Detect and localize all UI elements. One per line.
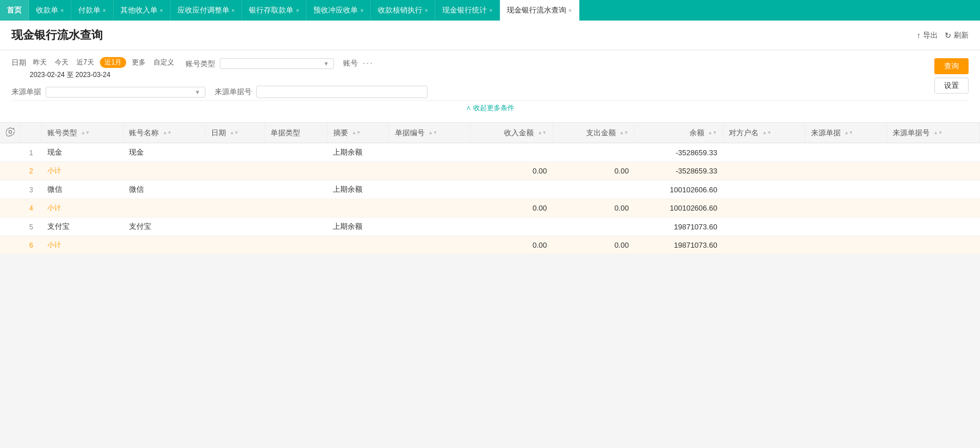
account-type-filter-label: 账号类型 bbox=[185, 59, 215, 69]
nav-tab-payment[interactable]: 付款单 × bbox=[71, 0, 114, 21]
sort-summary-icon[interactable]: ▲▼ bbox=[352, 131, 361, 135]
date-btn-today[interactable]: 今天 bbox=[53, 57, 71, 68]
nav-tab-other-income[interactable]: 其他收入单 × bbox=[114, 0, 171, 21]
table-row: 3 微信 微信 上期余额 100102606.60 bbox=[0, 180, 980, 199]
cell-settings bbox=[0, 217, 21, 236]
col-balance[interactable]: 余额 ▲▼ bbox=[635, 123, 723, 143]
export-label: 导出 bbox=[923, 30, 938, 41]
sort-income-icon[interactable]: ▲▼ bbox=[538, 131, 547, 135]
nav-tab-collection-exec[interactable]: 收款核销执行 × bbox=[371, 0, 435, 21]
cell-account-name: 支付宝 bbox=[123, 217, 205, 236]
home-label: 首页 bbox=[7, 5, 22, 15]
sort-counterpart-icon[interactable]: ▲▼ bbox=[763, 131, 772, 135]
cell-summary bbox=[327, 162, 389, 180]
col-expense[interactable]: 支出金额 ▲▼ bbox=[552, 123, 634, 143]
col-counterpart[interactable]: 对方户名 ▲▼ bbox=[723, 123, 805, 143]
export-icon: ↑ bbox=[917, 31, 921, 40]
cell-expense bbox=[552, 217, 634, 236]
page-title: 现金银行流水查询 bbox=[11, 27, 103, 43]
nav-tab-home[interactable]: 首页 bbox=[0, 0, 29, 21]
sort-account-name-icon[interactable]: ▲▼ bbox=[163, 131, 172, 135]
sort-account-type-icon[interactable]: ▲▼ bbox=[81, 131, 90, 135]
cell-income bbox=[471, 180, 552, 199]
col-account-name[interactable]: 账号名称 ▲▼ bbox=[123, 123, 205, 143]
date-btn-1month[interactable]: 近1月 bbox=[100, 57, 127, 68]
refresh-label: 刷新 bbox=[954, 30, 969, 41]
source-doc-select[interactable]: ▼ bbox=[46, 87, 205, 98]
close-cash-bank-flow-icon[interactable]: × bbox=[568, 7, 572, 14]
cell-counterpart bbox=[723, 162, 805, 180]
cell-seq: 5 bbox=[21, 217, 42, 236]
col-doc-no[interactable]: 单据编号 ▲▼ bbox=[389, 123, 470, 143]
cell-account-name bbox=[123, 199, 205, 217]
date-btn-yesterday[interactable]: 昨天 bbox=[31, 57, 49, 68]
collapse-bar[interactable]: ∧ 收起更多条件 bbox=[11, 100, 969, 115]
subtotal-label: 小计 bbox=[47, 204, 61, 212]
sort-expense-icon[interactable]: ▲▼ bbox=[619, 131, 628, 135]
nav-tab-prepay-offset[interactable]: 预收冲应收单 × bbox=[306, 0, 371, 21]
nav-tab-ap-adjust[interactable]: 应收应付调整单 × bbox=[171, 0, 243, 21]
account-dots-icon[interactable]: ··· bbox=[362, 58, 373, 68]
sort-doc-no-icon[interactable]: ▲▼ bbox=[429, 131, 438, 135]
nav-tab-cash-bank-flow[interactable]: 现金银行流水查询 × bbox=[500, 0, 579, 21]
cell-source-doc bbox=[805, 143, 886, 162]
nav-tab-bank-deposit[interactable]: 银行存取款单 × bbox=[242, 0, 306, 21]
cell-source-doc bbox=[805, 180, 886, 199]
cell-seq: 1 bbox=[21, 143, 42, 162]
sort-date-icon[interactable]: ▲▼ bbox=[229, 131, 239, 135]
close-receipt-icon[interactable]: × bbox=[61, 7, 64, 14]
account-type-select[interactable]: ▼ bbox=[220, 58, 334, 69]
source-doc-num-input[interactable] bbox=[256, 86, 428, 98]
query-button[interactable]: 查询 bbox=[934, 58, 969, 74]
cell-source-doc-no bbox=[886, 217, 979, 236]
cell-doc-type bbox=[265, 162, 328, 180]
date-filter-label: 日期 bbox=[11, 58, 26, 68]
setting-button[interactable]: 设置 bbox=[934, 78, 969, 94]
close-bank-deposit-icon[interactable]: × bbox=[296, 7, 299, 14]
col-income[interactable]: 收入金额 ▲▼ bbox=[471, 123, 552, 143]
close-prepay-offset-icon[interactable]: × bbox=[360, 7, 364, 14]
col-summary[interactable]: 摘要 ▲▼ bbox=[327, 123, 389, 143]
close-ap-adjust-icon[interactable]: × bbox=[232, 7, 235, 14]
close-other-income-icon[interactable]: × bbox=[160, 7, 163, 14]
nav-tab-receipt[interactable]: 收款单 × bbox=[29, 0, 71, 21]
date-btn-custom[interactable]: 自定义 bbox=[151, 57, 176, 68]
table-body: 1 现金 现金 上期余额 -3528659.33 2 小计 0.00 0.00 … bbox=[0, 143, 980, 255]
cell-balance: 100102606.60 bbox=[635, 199, 723, 217]
cell-settings bbox=[0, 236, 21, 255]
cell-expense: 0.00 bbox=[552, 162, 634, 180]
table-row: 6 小计 0.00 0.00 19871073.60 bbox=[0, 236, 980, 255]
date-shortcuts: 昨天 今天 近7天 近1月 更多 自定义 bbox=[31, 57, 176, 68]
account-type-cell: 支付宝 bbox=[47, 222, 70, 231]
col-account-type[interactable]: 账号类型 ▲▼ bbox=[42, 123, 123, 143]
col-settings[interactable] bbox=[0, 123, 21, 143]
sort-source-doc-icon[interactable]: ▲▼ bbox=[844, 131, 853, 135]
nav-tab-cash-bank-stat[interactable]: 现金银行统计 × bbox=[435, 0, 500, 21]
col-source-doc-no[interactable]: 来源单据号 ▲▼ bbox=[886, 123, 979, 143]
cell-income bbox=[471, 143, 552, 162]
cell-balance: 100102606.60 bbox=[635, 180, 723, 199]
date-btn-more[interactable]: 更多 bbox=[130, 57, 148, 68]
export-button[interactable]: ↑ 导出 bbox=[917, 30, 938, 41]
date-btn-7days[interactable]: 近7天 bbox=[74, 57, 96, 68]
refresh-button[interactable]: ↻ 刷新 bbox=[945, 30, 969, 41]
table-settings-icon[interactable] bbox=[6, 127, 15, 136]
sort-balance-icon[interactable]: ▲▼ bbox=[708, 131, 717, 135]
col-date[interactable]: 日期 ▲▼ bbox=[205, 123, 264, 143]
cell-counterpart bbox=[723, 180, 805, 199]
cell-summary: 上期余额 bbox=[327, 180, 389, 199]
close-payment-icon[interactable]: × bbox=[103, 7, 106, 14]
other-income-label: 其他收入单 bbox=[120, 5, 158, 15]
collapse-label: 收起更多条件 bbox=[473, 104, 514, 112]
close-collection-exec-icon[interactable]: × bbox=[425, 7, 428, 14]
cell-source-doc bbox=[805, 217, 886, 236]
cash-bank-flow-label: 现金银行流水查询 bbox=[507, 5, 566, 15]
table-container: 账号类型 ▲▼ 账号名称 ▲▼ 日期 ▲▼ 单据类型 摘要 ▲▼ bbox=[0, 123, 980, 255]
col-source-doc[interactable]: 来源单据 ▲▼ bbox=[805, 123, 886, 143]
refresh-icon: ↻ bbox=[945, 31, 951, 40]
table-row: 4 小计 0.00 0.00 100102606.60 bbox=[0, 199, 980, 217]
close-cash-bank-stat-icon[interactable]: × bbox=[489, 7, 493, 14]
sort-source-doc-no-icon[interactable]: ▲▼ bbox=[934, 131, 943, 135]
cell-account-type: 支付宝 bbox=[42, 217, 123, 236]
prepay-offset-label: 预收冲应收单 bbox=[313, 5, 358, 15]
